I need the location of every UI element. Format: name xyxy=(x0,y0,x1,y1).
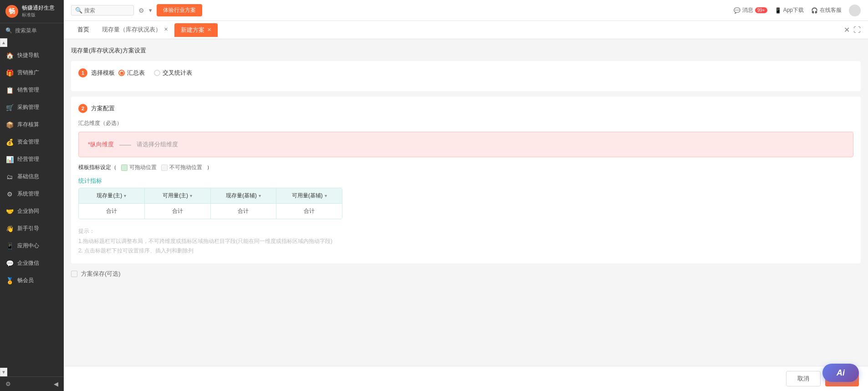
settings-icon[interactable]: ⚙ xyxy=(5,381,11,387)
topbar-search-box[interactable]: 🔍 xyxy=(71,5,134,15)
collapse-icon[interactable]: ◀ xyxy=(54,381,58,387)
stats-table-header: 现存量(主) ▾ 可用量(主) ▾ 现存量(基辅) ▾ 可用量(基辅) xyxy=(79,188,342,203)
sidebar-item-system[interactable]: ⚙ 系统管理 xyxy=(0,185,64,203)
sidebar-item-label: 库存核算 xyxy=(17,121,39,129)
indicator-settings: 模板指标设定（ 可拖动位置 不可拖动位置 ） xyxy=(78,164,853,171)
stats-col-0[interactable]: 现存量(主) ▾ xyxy=(79,188,145,203)
stats-col-3[interactable]: 可用量(基辅) ▾ xyxy=(276,188,342,203)
stats-cell-0: 合计 xyxy=(79,204,145,219)
tabs-bar: 首页 现存量（库存状况表） ✕ 新建方案 ✕ ✕ ⛶ xyxy=(64,21,868,39)
stats-col-1-chevron[interactable]: ▾ xyxy=(190,193,192,198)
sidebar-item-operations[interactable]: 📊 经营管理 xyxy=(0,151,64,168)
topbar-right: 💬 消息 99+ 📱 App下载 🎧 在线客服 xyxy=(734,5,861,16)
sidebar-item-finance[interactable]: 💰 资金管理 xyxy=(0,134,64,151)
tab-inventory-close-icon[interactable]: ✕ xyxy=(164,26,168,32)
legend-draggable-box xyxy=(121,165,128,171)
stats-col-2[interactable]: 现存量(基辅) ▾ xyxy=(211,188,277,203)
tab-inventory-status[interactable]: 现存量（库存状况表） ✕ xyxy=(96,22,174,38)
save-plan-checkbox[interactable] xyxy=(71,271,77,277)
sidebar-item-purchase[interactable]: 🛒 采购管理 xyxy=(0,99,64,116)
expand-icon[interactable]: ⛶ xyxy=(853,26,861,34)
sidebar-item-member[interactable]: 🏅 畅会员 xyxy=(0,272,64,289)
message-badge: 99+ xyxy=(755,7,767,13)
message-item[interactable]: 💬 消息 99+ xyxy=(734,6,767,14)
topbar: 🔍 ⚙ ▾ 体验行业方案 💬 消息 99+ 📱 App下载 🎧 在线客服 xyxy=(64,0,868,21)
stats-col-3-chevron[interactable]: ▾ xyxy=(325,193,327,198)
tip-item-1: 1.拖动标题栏可以调整布局，不可跨维度或指标区域拖动栏目字段(只能在同一维度或指… xyxy=(78,237,853,247)
step1-header: 1 选择模板 汇总表 交叉统计表 xyxy=(78,68,853,77)
search-icon: 🔍 xyxy=(5,27,12,34)
sidebar-item-enterprise-wechat[interactable]: 💬 企业微信 xyxy=(0,255,64,272)
stats-cell-2: 合计 xyxy=(211,204,277,219)
box-icon: 📦 xyxy=(5,121,14,129)
ai-bubble[interactable]: Ai xyxy=(822,364,859,382)
stats-cell-3: 合计 xyxy=(276,204,342,219)
stats-col-0-chevron[interactable]: ▾ xyxy=(124,193,126,198)
chat-icon: 💬 xyxy=(5,259,14,268)
sidebar-item-label: 应用中心 xyxy=(17,242,39,250)
dropdown-icon[interactable]: ▾ xyxy=(149,7,152,14)
radio-cross[interactable]: 交叉统计表 xyxy=(154,69,192,77)
stats-col-1[interactable]: 可用量(主) ▾ xyxy=(145,188,211,203)
search-icon: 🔍 xyxy=(75,7,82,14)
legend-not-draggable-item: 不可拖动位置 xyxy=(161,164,202,171)
tab-new-plan[interactable]: 新建方案 ✕ xyxy=(174,23,218,37)
sidebar-item-quick-nav[interactable]: 🏠 快捷导航 xyxy=(0,47,64,64)
tips-title: 提示： xyxy=(78,226,853,237)
sidebar-item-label: 企业微信 xyxy=(17,259,39,267)
legend-not-draggable-label: 不可拖动位置 xyxy=(169,164,202,171)
sidebar-item-label: 经营管理 xyxy=(17,155,39,163)
sidebar-item-label: 系统管理 xyxy=(17,190,39,198)
sidebar-search-menu[interactable]: 🔍 搜索菜单 xyxy=(0,23,64,38)
tab-new-plan-close-icon[interactable]: ✕ xyxy=(207,27,211,33)
folder-icon: 🗂 xyxy=(5,173,14,181)
indicator-settings-title: 模板指标设定（ 可拖动位置 不可拖动位置 ） xyxy=(78,164,853,171)
app-download-item[interactable]: 📱 App下载 xyxy=(775,6,804,14)
online-service-item[interactable]: 🎧 在线客服 xyxy=(811,6,842,14)
save-plan-label: 方案保存(可选) xyxy=(81,270,121,278)
sidebar-item-label: 销售管理 xyxy=(17,86,39,94)
user-avatar[interactable] xyxy=(849,5,861,16)
app-name: 畅赚通好生意 xyxy=(22,5,55,12)
stats-col-2-chevron[interactable]: ▾ xyxy=(259,193,261,198)
sidebar-item-enterprise[interactable]: 🤝 企业协同 xyxy=(0,203,64,220)
sidebar-item-label: 畅会员 xyxy=(17,277,34,284)
download-icon: 📱 xyxy=(775,7,781,14)
sidebar-item-sales[interactable]: 📋 销售管理 xyxy=(0,82,64,99)
stats-col-0-label: 现存量(主) xyxy=(97,192,122,200)
message-label: 消息 xyxy=(742,6,753,14)
sidebar-item-new-guide[interactable]: 👋 新手引导 xyxy=(0,220,64,237)
dimension-area[interactable]: *纵向维度 —— 请选择分组维度 xyxy=(78,132,853,157)
stats-cell-1: 合计 xyxy=(145,204,211,219)
sidebar-item-inventory[interactable]: 📦 库存核算 xyxy=(0,116,64,134)
step1-number: 1 xyxy=(78,68,87,77)
scroll-up-arrow[interactable]: ▲ xyxy=(0,38,7,47)
step2-header: 2 方案配置 xyxy=(78,104,853,113)
industry-plan-button[interactable]: 体验行业方案 xyxy=(157,4,202,16)
settings-icon[interactable]: ⚙ xyxy=(138,7,144,14)
cancel-button[interactable]: 取消 xyxy=(786,371,821,386)
sidebar-item-label: 新手引导 xyxy=(17,225,39,232)
step1-section: 1 选择模板 汇总表 交叉统计表 xyxy=(71,61,861,91)
sidebar-item-label: 基础信息 xyxy=(17,173,39,180)
tab-home[interactable]: 首页 xyxy=(71,22,96,38)
step1-title: 选择模板 xyxy=(91,69,115,77)
sidebar-item-marketing[interactable]: 🎁 营销推广 xyxy=(0,64,64,82)
stats-table: 现存量(主) ▾ 可用量(主) ▾ 现存量(基辅) ▾ 可用量(基辅) xyxy=(78,188,342,219)
page-title: 现存量(库存状况表)方案设置 xyxy=(71,46,861,55)
sidebar-item-label: 企业协同 xyxy=(17,207,39,215)
clipboard-icon: 📋 xyxy=(5,86,14,94)
tab-home-label: 首页 xyxy=(77,26,89,34)
close-panel-icon[interactable]: ✕ xyxy=(844,26,850,34)
legend-draggable-label: 可拖动位置 xyxy=(129,164,157,171)
sidebar-search-label: 搜索菜单 xyxy=(15,27,37,35)
scroll-down-arrow[interactable]: ▼ xyxy=(0,368,7,376)
sidebar-item-basic-info[interactable]: 🗂 基础信息 xyxy=(0,168,64,185)
dimension-placeholder: 请选择分组维度 xyxy=(137,140,178,149)
radio-summary[interactable]: 汇总表 xyxy=(118,69,145,77)
topbar-left: 🔍 ⚙ ▾ 体验行业方案 xyxy=(71,4,202,16)
radio-cross-label: 交叉统计表 xyxy=(163,69,192,77)
sidebar-item-app-center[interactable]: 📱 应用中心 xyxy=(0,237,64,255)
money-icon: 💰 xyxy=(5,138,14,146)
search-input[interactable] xyxy=(84,7,130,14)
